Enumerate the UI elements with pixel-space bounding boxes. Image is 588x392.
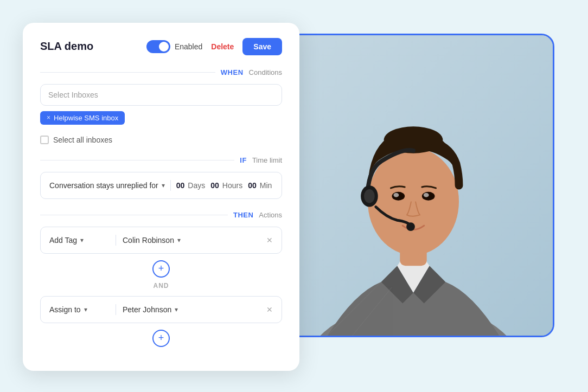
when-sub: Conditions — [249, 68, 282, 76]
action-remove-1[interactable]: ✕ — [266, 236, 273, 245]
action-select-1[interactable]: Add Tag ▾ — [49, 236, 109, 245]
action-value-label-2: Peter Johnson — [123, 305, 171, 314]
action-row-1: Add Tag ▾ Colin Robinson ▾ ✕ — [40, 227, 282, 254]
condition-select[interactable]: Conversation stays unreplied for ▾ — [49, 181, 165, 190]
action-chevron-icon-1: ▾ — [80, 236, 84, 244]
action-value-select-2[interactable]: Peter Johnson ▾ — [123, 305, 260, 314]
action-chevron-icon-2: ▾ — [84, 306, 87, 313]
enabled-toggle-wrapper: Enabled — [146, 40, 202, 53]
person-illustration — [274, 35, 553, 336]
when-section-header: When Conditions — [40, 68, 282, 76]
action-divider-2 — [116, 304, 116, 315]
condition-chevron-icon: ▾ — [162, 182, 165, 189]
then-keyword: THEN — [233, 211, 253, 219]
mins-unit: Min — [260, 181, 272, 190]
mins-field: 00 Min — [248, 181, 272, 190]
action-remove-2[interactable]: ✕ — [266, 305, 273, 314]
svg-point-11 — [406, 222, 415, 231]
svg-point-3 — [368, 147, 459, 255]
add-action-button-1[interactable]: + — [152, 260, 170, 278]
then-line-left — [40, 215, 228, 215]
toggle-label: Enabled — [175, 42, 202, 51]
if-sub: Time limit — [252, 156, 282, 164]
if-section-header: IF Time limit — [40, 156, 282, 164]
when-keyword: When — [221, 68, 244, 76]
inbox-tag: × Helpwise SMS inbox — [40, 111, 125, 125]
hours-value: 00 — [210, 181, 219, 190]
inbox-tag-label: Helpwise SMS inbox — [54, 114, 118, 122]
time-divider — [170, 180, 171, 191]
select-all-label: Select all inboxes — [53, 136, 112, 144]
if-keyword: IF — [240, 156, 247, 164]
when-line-left — [40, 72, 215, 73]
if-line-left — [40, 160, 234, 160]
action-row-2: Assign to ▾ Peter Johnson ▾ ✕ — [40, 296, 282, 323]
then-section-header: THEN Actions — [40, 211, 282, 219]
agent-photo — [274, 35, 553, 336]
then-section: THEN Actions Add Tag ▾ Colin Robinson ▾ … — [40, 211, 282, 347]
action-value-chevron-icon-2: ▾ — [175, 306, 178, 313]
time-row: Conversation stays unreplied for ▾ 00 Da… — [40, 172, 282, 199]
then-sub: Actions — [259, 211, 282, 219]
form-header: SLA demo Enabled Delete Save — [40, 38, 282, 55]
hours-field: 00 Hours — [210, 181, 242, 190]
action-value-chevron-icon-1: ▾ — [177, 236, 181, 244]
photo-card — [272, 34, 554, 337]
and-label: AND — [40, 282, 282, 290]
inbox-select-row[interactable]: Select Inboxes — [40, 84, 282, 106]
save-button[interactable]: Save — [242, 38, 282, 55]
days-unit: Days — [188, 181, 205, 190]
toggle-thumb — [159, 42, 169, 52]
when-section: When Conditions Select Inboxes × Helpwis… — [40, 68, 282, 144]
header-actions: Enabled Delete Save — [146, 38, 282, 55]
action-divider-1 — [116, 235, 116, 246]
action-value-select-1[interactable]: Colin Robinson ▾ — [123, 236, 260, 245]
action-label-2: Assign to — [49, 305, 81, 314]
condition-label: Conversation stays unreplied for — [49, 181, 158, 190]
page-title: SLA demo — [40, 40, 93, 53]
action-select-2[interactable]: Assign to ▾ — [49, 305, 109, 314]
days-field: 00 Days — [176, 181, 205, 190]
action-value-label-1: Colin Robinson — [123, 236, 174, 245]
action-label-1: Add Tag — [49, 236, 77, 245]
mins-value: 00 — [248, 181, 257, 190]
svg-point-7 — [393, 192, 399, 197]
hours-unit: Hours — [222, 181, 242, 190]
inbox-placeholder: Select Inboxes — [48, 91, 98, 99]
inbox-tag-remove[interactable]: × — [47, 114, 50, 121]
add-action-button-2[interactable]: + — [152, 330, 170, 347]
delete-button[interactable]: Delete — [211, 42, 234, 51]
svg-point-10 — [364, 189, 375, 203]
select-all-row: Select all inboxes — [40, 136, 282, 144]
if-section: IF Time limit Conversation stays unrepli… — [40, 156, 282, 199]
select-all-checkbox[interactable] — [40, 136, 49, 144]
svg-point-8 — [424, 192, 429, 197]
inbox-tag-wrapper: × Helpwise SMS inbox — [40, 111, 282, 130]
days-value: 00 — [176, 181, 185, 190]
enabled-toggle[interactable] — [146, 40, 170, 53]
form-card: SLA demo Enabled Delete Save When Condit… — [23, 23, 299, 371]
